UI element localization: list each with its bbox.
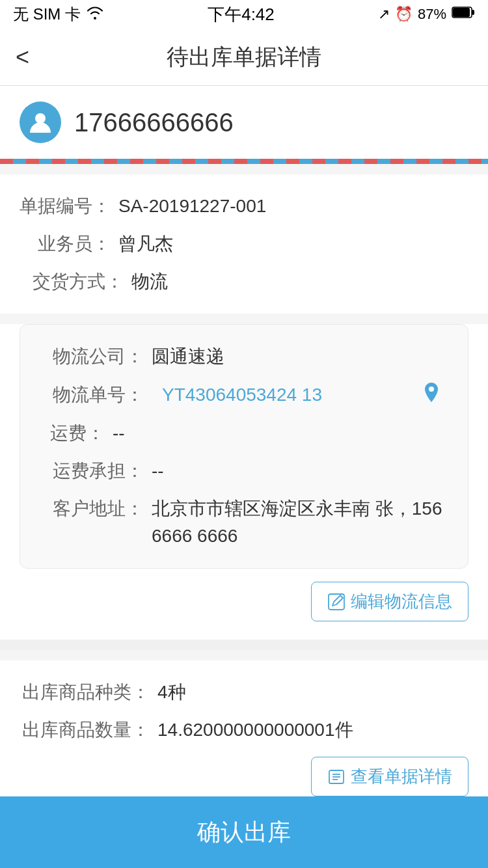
logistics-company-row: 物流公司： 圆通速递: [40, 343, 448, 370]
edit-logistics-button[interactable]: 编辑物流信息: [311, 582, 468, 621]
logistics-tracking-row: 物流单号： YT43064053424 13: [40, 381, 448, 409]
edit-logistics-area: 编辑物流信息: [20, 582, 468, 621]
goods-type-label: 出库商品种类：: [20, 679, 150, 706]
freight-bear-value: --: [152, 457, 448, 485]
delivery-label: 交货方式：: [20, 268, 124, 295]
goods-quantity-row: 出库商品数量： 14.620000000000001件: [20, 716, 468, 744]
goods-type-value: 4种: [157, 679, 468, 706]
status-carrier: 无 SIM 卡: [13, 4, 104, 25]
confirm-button-label: 确认出库: [197, 817, 291, 848]
goods-type-row: 出库商品种类： 4种: [20, 679, 468, 706]
document-info-section: 单据编号： SA-20191227-001 业务员： 曾凡杰 交货方式： 物流: [0, 174, 488, 314]
address-value: 北京市市辖区海淀区永丰南 张，156 6666 6666: [152, 495, 448, 550]
location-status-icon: ↗: [378, 6, 390, 23]
customer-phone: 17666666666: [74, 108, 234, 137]
customer-header: 17666666666: [0, 86, 488, 159]
alarm-icon: ⏰: [395, 6, 413, 23]
svg-rect-1: [472, 10, 474, 15]
status-right: ↗ ⏰ 87%: [378, 6, 475, 23]
address-row: 客户地址： 北京市市辖区海淀区永丰南 张，156 6666 6666: [40, 495, 448, 550]
view-detail-button[interactable]: 查看单据详情: [311, 757, 468, 796]
document-number-row: 单据编号： SA-20191227-001: [20, 193, 468, 220]
edit-logistics-label: 编辑物流信息: [351, 590, 452, 613]
freight-label: 运费：: [40, 420, 105, 447]
svg-point-3: [35, 113, 46, 124]
battery-text: 87%: [418, 6, 446, 23]
delivery-row: 交货方式： 物流: [20, 268, 468, 295]
freight-value: --: [113, 420, 448, 447]
salesman-label: 业务员：: [20, 230, 111, 258]
address-label: 客户地址：: [40, 495, 144, 522]
map-pin-icon[interactable]: [420, 381, 448, 409]
logistics-company-value: 圆通速递: [152, 343, 448, 370]
freight-bear-label: 运费承担：: [40, 457, 144, 485]
status-bar: 无 SIM 卡 下午4:42 ↗ ⏰ 87%: [0, 0, 488, 29]
wifi-icon: [86, 5, 104, 23]
page-title: 待出库单据详情: [167, 42, 321, 72]
avatar: [20, 102, 61, 143]
logistics-tracking-value: YT43064053424 13: [162, 381, 409, 409]
logistics-tracking-label: 物流单号：: [40, 381, 144, 409]
goods-quantity-label: 出库商品数量：: [20, 716, 150, 744]
delivery-value: 物流: [131, 268, 468, 295]
status-time: 下午4:42: [208, 3, 275, 26]
logistics-card: 物流公司： 圆通速递 物流单号： YT43064053424 13 运费： --…: [20, 324, 468, 569]
confirm-bar[interactable]: 确认出库: [0, 796, 488, 868]
dashed-divider: [0, 159, 488, 164]
svg-point-4: [429, 387, 434, 392]
document-number-value: SA-20191227-001: [118, 193, 468, 220]
nav-bar: < 待出库单据详情: [0, 29, 488, 86]
view-detail-area: 查看单据详情: [20, 757, 468, 796]
salesman-row: 业务员： 曾凡杰: [20, 230, 468, 258]
svg-rect-2: [453, 8, 470, 17]
salesman-value: 曾凡杰: [118, 230, 468, 258]
freight-row: 运费： --: [40, 420, 448, 447]
carrier-text: 无 SIM 卡: [13, 4, 81, 25]
freight-bear-row: 运费承担： --: [40, 457, 448, 485]
back-button[interactable]: <: [16, 44, 29, 71]
battery-icon: [452, 6, 475, 23]
logistics-company-label: 物流公司：: [40, 343, 144, 370]
goods-section: 出库商品种类： 4种 出库商品数量： 14.620000000000001件 查…: [0, 660, 488, 815]
section-divider: [0, 640, 488, 650]
goods-quantity-value: 14.620000000000001件: [157, 716, 468, 744]
document-number-label: 单据编号：: [20, 193, 111, 220]
view-detail-label: 查看单据详情: [351, 765, 452, 788]
